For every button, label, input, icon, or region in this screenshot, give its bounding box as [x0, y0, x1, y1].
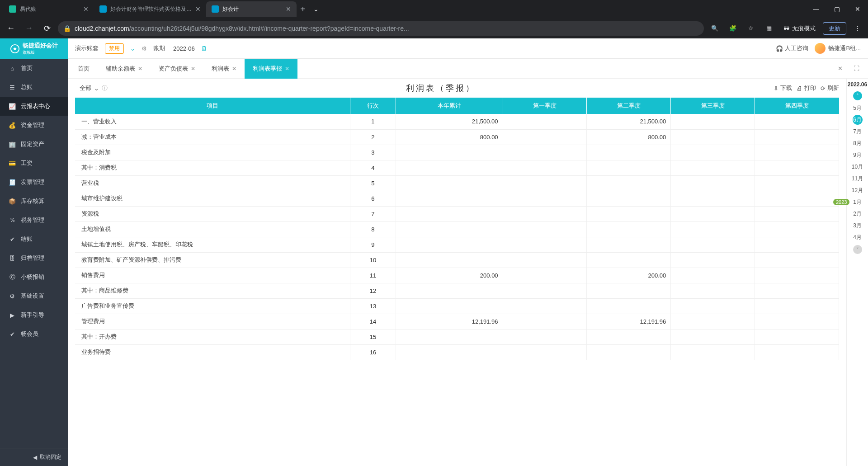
table-row[interactable]: 税金及附加3	[75, 145, 839, 160]
page-tab-close-icon[interactable]: ✕	[285, 66, 289, 72]
table-row[interactable]: 其中：开办费15	[75, 329, 839, 344]
table-row[interactable]: 广告费和业务宣传费13	[75, 298, 839, 314]
table-row[interactable]: 减：营业成本2800.00800.00	[75, 129, 839, 145]
sidebar-item-invoice[interactable]: 🧾发票管理	[0, 173, 68, 192]
month-7月[interactable]: 7月	[847, 126, 868, 137]
table-row[interactable]: 业务招待费16	[75, 344, 839, 360]
table-row[interactable]: 教育费附加、矿产资源补偿费、排污费10	[75, 252, 839, 268]
cell-line: 16	[350, 344, 396, 360]
account-name[interactable]: 演示账套	[75, 44, 99, 52]
translate-icon[interactable]: ▦	[762, 21, 776, 36]
print-button[interactable]: 🖨打印	[797, 84, 816, 92]
cell-q3	[671, 160, 755, 175]
close-all-tabs-button[interactable]: ✕	[834, 65, 846, 72]
sidebar-item-vip[interactable]: ✔畅会员	[0, 325, 68, 344]
month-8月[interactable]: 8月	[847, 137, 868, 149]
sidebar-item-home[interactable]: ⌂首页	[0, 59, 68, 78]
sidebar-pin-toggle[interactable]: ◀ 取消固定	[0, 448, 68, 466]
logo[interactable]: 畅捷通好会计 旗舰版	[0, 38, 68, 59]
browser-tab[interactable]: 易代账 ✕	[4, 1, 94, 17]
tab-favicon	[9, 5, 16, 13]
month-9月[interactable]: 9月	[847, 149, 868, 161]
account-dropdown-icon[interactable]: ⌄	[130, 45, 135, 52]
extensions-icon[interactable]: 🧩	[726, 21, 740, 36]
page-tab[interactable]: 资产负债表✕	[151, 59, 203, 79]
sidebar-item-salary[interactable]: 💳工资	[0, 154, 68, 173]
fullscreen-button[interactable]: ⛶	[850, 65, 863, 72]
tab-close-icon[interactable]: ✕	[195, 5, 201, 13]
tab-close-icon[interactable]: ✕	[83, 5, 89, 13]
table-row[interactable]: 其中：商品维修费12	[75, 283, 839, 298]
sidebar-item-ledger[interactable]: ☰总账	[0, 78, 68, 97]
sidebar-item-guide[interactable]: ▶新手引导	[0, 306, 68, 325]
nav-reload-button[interactable]: ⟳	[40, 21, 54, 36]
calendar-icon[interactable]: 🗓	[201, 45, 207, 52]
period-value[interactable]: 2022-06	[173, 45, 195, 52]
table-row[interactable]: 其中：消费税4	[75, 160, 839, 175]
report-table-wrapper[interactable]: › 项目行次本年累计第一季度第二季度第三季度第四季度 一、营业收入121,500…	[75, 98, 839, 461]
table-row[interactable]: 销售费用11200.00200.00	[75, 268, 839, 283]
user-menu[interactable]: 畅捷通B组...	[815, 43, 861, 54]
month-6月[interactable]: 6月	[847, 114, 868, 126]
sidebar-item-funds[interactable]: 💰资金管理	[0, 116, 68, 135]
rail-scroll-up-button[interactable]: ˄	[853, 91, 862, 100]
month-11月[interactable]: 11月	[847, 173, 868, 184]
window-minimize-button[interactable]: —	[806, 0, 826, 18]
sidebar-item-tax[interactable]: ％税务管理	[0, 211, 68, 230]
customer-service-link[interactable]: 🎧 人工咨询	[776, 44, 808, 52]
tab-close-icon[interactable]: ✕	[286, 5, 291, 13]
page-tab[interactable]: 利润表✕	[203, 59, 245, 79]
sidebar-item-close[interactable]: ✔结账	[0, 230, 68, 249]
month-1月[interactable]: 1月2023	[847, 196, 868, 208]
window-close-button[interactable]: ✕	[847, 0, 868, 18]
bookmark-icon[interactable]: ☆	[744, 21, 758, 36]
refresh-button[interactable]: ⟳刷新	[821, 84, 839, 92]
page-tab[interactable]: 辅助余额表✕	[98, 59, 151, 79]
month-2月[interactable]: 2月	[847, 208, 868, 220]
sidebar-item-report[interactable]: 📈云报表中心	[0, 97, 68, 116]
table-row[interactable]: 管理费用1412,191.9612,191.96	[75, 314, 839, 329]
cell-q1	[503, 160, 587, 175]
table-row[interactable]: 资源税7	[75, 206, 839, 221]
month-3月[interactable]: 3月	[847, 220, 868, 231]
filter-dropdown[interactable]: 全部 ⌄ ⓘ	[75, 84, 108, 92]
sidebar-item-archive[interactable]: 🗄归档管理	[0, 249, 68, 268]
sidebar-item-asset[interactable]: 🏢固定资产	[0, 135, 68, 154]
download-button[interactable]: ⇩下载	[774, 84, 792, 92]
help-icon[interactable]: ⓘ	[102, 84, 108, 92]
table-row[interactable]: 营业税5	[75, 175, 839, 191]
sidebar-item-settings[interactable]: ⚙基础设置	[0, 287, 68, 306]
page-tab-close-icon[interactable]: ✕	[191, 66, 195, 72]
cell-item: 营业税	[75, 175, 350, 191]
sidebar-item-label: 固定资产	[21, 140, 44, 148]
nav-back-button[interactable]: ←	[4, 21, 18, 36]
page-tab[interactable]: 利润表季报✕	[245, 59, 297, 79]
page-tab-close-icon[interactable]: ✕	[138, 66, 142, 72]
sidebar-item-expense[interactable]: Ⓒ小畅报销	[0, 268, 68, 287]
cell-q1	[503, 298, 587, 314]
month-4月[interactable]: 4月	[847, 231, 868, 243]
month-5月[interactable]: 5月	[847, 102, 868, 114]
table-row[interactable]: 城镇土地使用税、房产税、车船税、印花税9	[75, 237, 839, 252]
page-tab-close-icon[interactable]: ✕	[232, 66, 236, 72]
page-tab[interactable]: 首页	[70, 59, 98, 79]
browser-tab[interactable]: 好会计 ✕	[206, 1, 297, 17]
window-dropdown-button[interactable]: ⌄	[306, 0, 326, 18]
table-row[interactable]: 土地增值税8	[75, 221, 839, 237]
month-10月[interactable]: 10月	[847, 161, 868, 173]
cell-line: 3	[350, 145, 396, 160]
browser-update-button[interactable]: 更新	[823, 22, 846, 35]
month-12月[interactable]: 12月	[847, 184, 868, 196]
browser-tab[interactable]: 好会计财务管理软件购买价格及… ✕	[94, 1, 206, 17]
nav-forward-button[interactable]: →	[22, 21, 36, 36]
window-maximize-button[interactable]: ▢	[826, 0, 847, 18]
account-settings-icon[interactable]: ⚙	[142, 45, 147, 52]
table-row[interactable]: 一、营业收入121,500.0021,500.00	[75, 114, 839, 129]
table-row[interactable]: 城市维护建设税6	[75, 191, 839, 206]
new-tab-button[interactable]: +	[300, 4, 306, 14]
zoom-icon[interactable]: 🔍	[708, 21, 722, 36]
browser-menu-button[interactable]: ⋮	[850, 21, 864, 36]
rail-scroll-down-button[interactable]: ˅	[853, 245, 862, 254]
address-bar[interactable]: 🔒 cloud2.chanjet.com/accounting/uh26t264…	[58, 21, 704, 36]
sidebar-item-inventory[interactable]: 📦库存核算	[0, 192, 68, 211]
